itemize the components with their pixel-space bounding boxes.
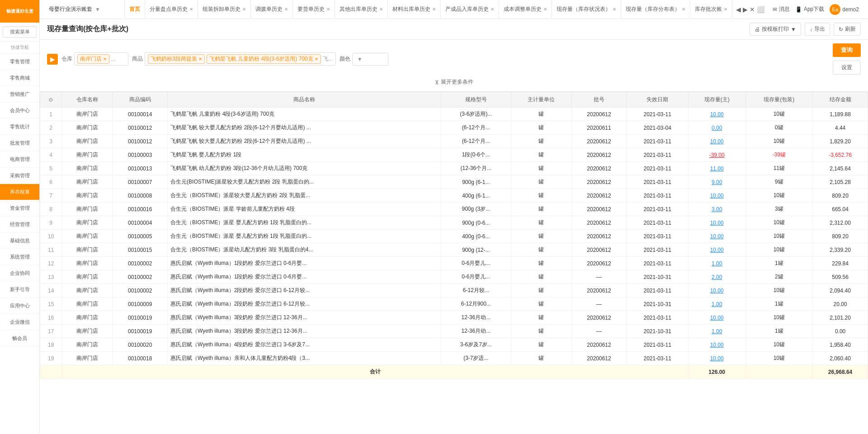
sidebar-item-retail-store[interactable]: 零售商城	[0, 70, 39, 86]
row-amount: 2,060.40	[813, 352, 868, 365]
sidebar-item-retail[interactable]: 零售管理	[0, 54, 39, 70]
row-qty-main[interactable]: 2.00	[688, 270, 745, 284]
tab-close-stock-status[interactable]: ✕	[613, 7, 616, 12]
row-qty-pkg: 10罐	[745, 243, 813, 257]
tab-close-stock-dist[interactable]: ✕	[682, 7, 685, 12]
row-qty-main[interactable]: 10.00	[688, 352, 745, 365]
tab-prev-icon[interactable]: ◀	[736, 6, 741, 13]
tab-mix-history[interactable]: 调拨单历史✕	[251, 0, 293, 19]
filter-settings-button[interactable]: 设置	[833, 61, 861, 75]
sidebar-item-corp[interactable]: 企业协同	[0, 265, 39, 282]
row-qty-main[interactable]: 10.00	[688, 284, 745, 297]
expand-more-conditions[interactable]: ⊻ 展开更多条件	[47, 76, 861, 88]
app-download-label: App下载	[804, 5, 824, 13]
tab-product-in-history[interactable]: 产成品入库单历史✕	[441, 0, 499, 19]
sidebar-item-operation[interactable]: 经营管理	[0, 217, 39, 233]
product-tag-2[interactable]: 飞鹤星飞帆 儿童奶粉 4段(3-6岁适用) 700克 ✕	[207, 54, 321, 64]
sidebar-item-guide[interactable]: 新手引导	[0, 282, 39, 298]
row-qty-main[interactable]: 0.00	[688, 121, 745, 135]
row-name: 飞鹤星飞帆 幼儿配方奶粉 3段(12-36个月幼儿适用) 700克	[168, 162, 441, 175]
tab-stock-status[interactable]: 现存量（库存状况表）✕	[552, 0, 621, 19]
tab-split-check-history[interactable]: 分量盘点单历史✕	[145, 0, 198, 19]
tab-cost-adjust-history[interactable]: 成本调整单历史✕	[499, 0, 552, 19]
sidebar-item-inventory[interactable]: 库存核算	[0, 184, 39, 200]
row-qty-main[interactable]: 10.00	[688, 216, 745, 230]
tab-close-mix-history[interactable]: ✕	[284, 7, 288, 12]
table-row: 8南岸门店00100016合生元（BIOSTIME）派星 学龄前儿童配方奶粉 4…	[40, 203, 868, 216]
row-qty-main[interactable]: 9.00	[688, 175, 745, 189]
product-tag-1[interactable]: 飞鹤奶粉3段两提装 ✕	[148, 54, 205, 64]
sidebar-item-appCenter[interactable]: 应用中心	[0, 298, 39, 314]
sidebar-item-member[interactable]: 会员中心	[0, 103, 39, 119]
color-tag-container[interactable]: ▼	[352, 53, 388, 66]
tab-other-out-history[interactable]: 其他出库单历史✕	[335, 0, 388, 19]
account-dropdown[interactable]: 母婴行业演示账套 ▼	[43, 0, 125, 19]
tab-batch-ledger[interactable]: 库存批次账✕	[690, 0, 732, 19]
row-qty-main[interactable]: 10.00	[688, 338, 745, 352]
warehouse-more[interactable]: ...	[111, 56, 116, 62]
settings-col-icon[interactable]: ⚙	[48, 97, 53, 103]
sidebar-item-marketing[interactable]: 营销推广	[0, 86, 39, 103]
tab-home[interactable]: 首页	[125, 0, 145, 19]
tab-next-icon[interactable]: ▶	[743, 6, 748, 13]
export-button[interactable]: ↓ 导出	[805, 23, 830, 36]
row-qty-main[interactable]: 10.00	[688, 189, 745, 203]
tab-require-history[interactable]: 要货单历史✕	[293, 0, 335, 19]
row-code: 00100009	[113, 297, 168, 311]
warehouse-tag-container[interactable]: 南岸门店 ✕ ...	[74, 52, 128, 66]
warehouse-tag-1[interactable]: 南岸门店 ✕	[77, 54, 109, 64]
row-qty-main[interactable]: 1.00	[688, 257, 745, 270]
tab-close-require-history[interactable]: ✕	[326, 7, 330, 12]
product-more[interactable]: 飞...	[323, 55, 333, 63]
sidebar-item-ecommerce[interactable]: 电商管理	[0, 151, 39, 168]
tab-close-batch-ledger[interactable]: ✕	[724, 7, 727, 12]
quicknav-label[interactable]: 快捷导航	[0, 42, 39, 54]
search-button[interactable]: 查询	[833, 43, 861, 57]
row-qty-main[interactable]: 10.00	[688, 243, 745, 257]
row-warehouse: 南岸门店	[62, 230, 113, 243]
row-qty-main[interactable]: 10.00	[688, 108, 745, 121]
refresh-button[interactable]: ↻ 刷新	[834, 23, 861, 36]
row-qty-main[interactable]: 1.00	[688, 325, 745, 338]
tab-close-disassemble-history[interactable]: ✕	[242, 7, 246, 12]
row-qty-main[interactable]: 11.00	[688, 162, 745, 175]
tab-close-icon[interactable]: ✕	[750, 6, 755, 13]
row-qty-main[interactable]: 3.00	[688, 203, 745, 216]
sidebar-item-finance[interactable]: 资金管理	[0, 200, 39, 217]
warehouse-tag-remove[interactable]: ✕	[103, 57, 107, 61]
row-qty-main[interactable]: 1.00	[688, 297, 745, 311]
export-icon: ↓	[810, 26, 812, 33]
row-qty-main[interactable]: 10.00	[688, 230, 745, 243]
user-avatar[interactable]: Ea demo2	[830, 4, 859, 15]
row-code: 00100019	[113, 325, 168, 338]
tab-label-require-history: 要货单历史	[297, 5, 325, 13]
tab-close-product-in-history[interactable]: ✕	[491, 7, 494, 12]
sidebar-item-retail-stat[interactable]: 零售统计	[0, 119, 39, 135]
sidebar-item-purchase[interactable]: 采购管理	[0, 168, 39, 184]
tab-close-split-check-history[interactable]: ✕	[189, 7, 193, 12]
tab-stock-dist[interactable]: 现存量（库存分布表）✕	[621, 0, 690, 19]
tab-material-out-history[interactable]: 材料出库单历史✕	[388, 0, 441, 19]
product-tag-1-remove[interactable]: ✕	[198, 57, 202, 61]
sidebar-item-system[interactable]: 系统管理	[0, 249, 39, 265]
tab-close-material-out-history[interactable]: ✕	[432, 7, 436, 12]
row-batch: 20200612	[571, 352, 627, 365]
row-qty-main[interactable]: 10.00	[688, 135, 745, 148]
print-button[interactable]: 🖨 按模板打印 ▼	[750, 23, 801, 36]
filter-expand-button[interactable]: ▶	[47, 54, 58, 65]
sidebar-item-corpWechat[interactable]: 企业微信	[0, 314, 39, 330]
sidebar-item-member2[interactable]: 畅会员	[0, 330, 39, 347]
product-tag-2-remove[interactable]: ✕	[315, 57, 318, 61]
tab-disassemble-history[interactable]: 组装拆卸单历史✕	[198, 0, 251, 19]
message-button[interactable]: ✉ 消息	[773, 5, 790, 13]
tab-maximize-icon[interactable]: ⬜	[757, 6, 764, 13]
search-menu-button[interactable]: 搜索菜单	[3, 26, 37, 38]
sidebar-item-wholesale[interactable]: 批发管理	[0, 135, 39, 151]
sidebar-item-basic[interactable]: 基础信息	[0, 233, 39, 249]
row-qty-main[interactable]: 10.00	[688, 311, 745, 325]
tab-close-other-out-history[interactable]: ✕	[379, 7, 383, 12]
product-tag-container[interactable]: 飞鹤奶粉3段两提装 ✕ 飞鹤星飞帆 儿童奶粉 4段(3-6岁适用) 700克 ✕…	[145, 52, 336, 66]
tab-close-cost-adjust-history[interactable]: ✕	[543, 7, 547, 12]
app-download-button[interactable]: 📱 App下载	[795, 5, 824, 13]
row-qty-main[interactable]: -39.00	[688, 148, 745, 162]
